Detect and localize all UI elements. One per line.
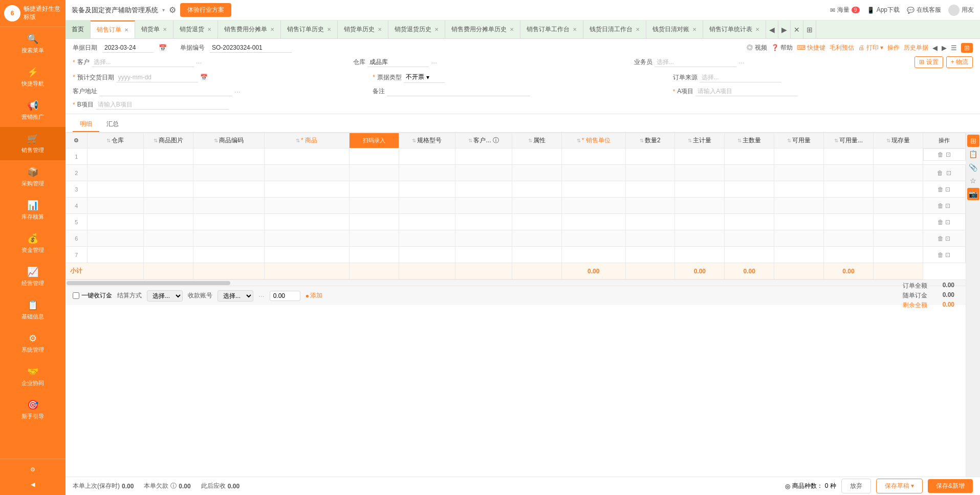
col-settings[interactable]: ⚙: [66, 133, 88, 148]
row-3-spec[interactable]: [399, 181, 455, 198]
tab-home[interactable]: 首页: [66, 20, 91, 38]
row-4-copy-icon[interactable]: ⊡: [945, 202, 950, 209]
row-4-unit[interactable]: [561, 198, 625, 214]
row-6-spec[interactable]: [399, 230, 455, 247]
row-1-image[interactable]: [144, 148, 193, 165]
row-4-warehouse[interactable]: [87, 198, 144, 214]
bank-account-select[interactable]: 选择...: [217, 290, 253, 302]
staff-dots[interactable]: ···: [738, 58, 745, 67]
row-5-copy-icon[interactable]: ⊡: [945, 219, 950, 226]
order-source-input[interactable]: [700, 73, 781, 82]
a-project-input[interactable]: [695, 87, 798, 96]
tab-close-sales-fee-split[interactable]: ✕: [270, 27, 274, 32]
tab-close-sales-order[interactable]: ✕: [124, 27, 128, 33]
row-7-ccode[interactable]: [455, 247, 512, 263]
save-draft-dropdown-icon[interactable]: ▾: [911, 482, 914, 489]
top-grid-btn[interactable]: ⊞: [961, 43, 973, 53]
row-6-qty2[interactable]: [625, 230, 675, 247]
row-6-ccode[interactable]: [455, 230, 512, 247]
row-2-code[interactable]: [193, 165, 264, 181]
tab-sales-fee-hist[interactable]: 销售费用分摊单历史 ✕: [445, 20, 520, 38]
quick-settlement-checkbox-label[interactable]: 一键收订金: [73, 291, 112, 300]
row-2-delete-icon[interactable]: 🗑: [937, 169, 943, 177]
sidebar-item-operations[interactable]: 📈 经营管理: [0, 260, 66, 293]
bank-dots[interactable]: ···: [258, 292, 265, 300]
right-panel-settings-icon[interactable]: ⊞: [967, 135, 979, 147]
sidebar-item-quick-nav[interactable]: ⚡ 快捷导航: [0, 60, 66, 94]
row-6-code[interactable]: [193, 230, 264, 247]
row-6-avail[interactable]: [774, 230, 824, 247]
row-4-delete-icon[interactable]: 🗑: [938, 202, 944, 209]
row-2-action[interactable]: 🗑 ⊡: [923, 165, 965, 181]
top-prev-btn[interactable]: ◀: [932, 44, 938, 52]
row-2-attr[interactable]: [512, 165, 562, 181]
row-3-avail[interactable]: [774, 181, 824, 198]
row-5-munit[interactable]: [675, 214, 725, 230]
staff-input[interactable]: [655, 57, 736, 67]
save-new-btn[interactable]: 保存&新增: [928, 479, 973, 493]
tab-close-cash-reconcile[interactable]: ✕: [692, 27, 696, 32]
app-download-btn[interactable]: 📱 App下载: [867, 6, 900, 14]
save-draft-btn[interactable]: 保存草稿 ▾: [876, 479, 923, 493]
row-3-name[interactable]: [264, 181, 349, 198]
tab-sales-order[interactable]: 销售订单 ✕: [91, 20, 135, 38]
row-7-image[interactable]: [144, 247, 193, 263]
row-3-stock[interactable]: [873, 181, 923, 198]
customer-dots[interactable]: ···: [196, 58, 202, 67]
row-3-avail2[interactable]: [824, 181, 874, 198]
row-6-attr[interactable]: [512, 230, 562, 247]
profit-action[interactable]: 毛利预估: [830, 44, 854, 52]
row-3-delete-icon[interactable]: 🗑: [938, 186, 944, 193]
row-7-mqty[interactable]: [725, 247, 774, 263]
row-4-code[interactable]: [193, 198, 264, 214]
row-6-avail2[interactable]: [824, 230, 874, 247]
shortcut-action[interactable]: ⌨ 快捷键: [797, 44, 825, 52]
row-2-spec[interactable]: [399, 165, 455, 181]
row-1-munit[interactable]: [675, 148, 725, 165]
sort-icon-ccode[interactable]: ⇅: [468, 138, 472, 143]
sort-icon-avail2[interactable]: ⇅: [834, 138, 838, 143]
amount-input[interactable]: [270, 291, 300, 301]
row-7-code[interactable]: [193, 247, 264, 263]
topbar-settings-icon[interactable]: ⚙: [169, 5, 176, 15]
row-6-image[interactable]: [144, 230, 193, 247]
user-btn[interactable]: 用友: [948, 5, 974, 16]
delivery-calendar-icon[interactable]: 📅: [200, 74, 208, 81]
row-1-ccode[interactable]: [455, 148, 512, 165]
row-2-munit[interactable]: [675, 165, 725, 181]
row-1-action[interactable]: 🗑 ⊡: [923, 148, 966, 161]
row-4-stock[interactable]: [873, 198, 923, 214]
row-4-avail[interactable]: [774, 198, 824, 214]
row-3-scan[interactable]: [349, 181, 399, 198]
row-1-avail2[interactable]: [824, 148, 874, 165]
right-panel-scan-icon[interactable]: 📷: [967, 188, 979, 200]
row-5-avail[interactable]: [774, 214, 824, 230]
top-next-btn[interactable]: ▶: [942, 44, 947, 52]
customer-input[interactable]: [92, 57, 194, 67]
solution-btn[interactable]: 体验行业方案: [180, 3, 231, 17]
sort-icon-attr[interactable]: ⇅: [528, 138, 532, 143]
row-1-attr[interactable]: [512, 148, 562, 165]
sort-icon-image[interactable]: ⇅: [154, 138, 158, 143]
sidebar-item-search[interactable]: 🔍 搜索菜单: [0, 27, 66, 60]
row-5-code[interactable]: [193, 214, 264, 230]
row-1-unit[interactable]: [561, 148, 625, 165]
print-action[interactable]: 🖨 打印 ▾: [858, 44, 883, 52]
row-5-scan[interactable]: [349, 214, 399, 230]
remark-input[interactable]: [387, 87, 530, 96]
tab-next-btn[interactable]: ▶: [778, 20, 791, 38]
tab-sales-order-work[interactable]: 销售订单工作台 ✕: [520, 20, 583, 38]
row-2-scan[interactable]: [349, 165, 399, 181]
sidebar-item-enterprise[interactable]: 🤝 企业协同: [0, 360, 66, 393]
row-5-name[interactable]: [264, 214, 349, 230]
tab-close-sales-refund-hist[interactable]: ✕: [434, 27, 439, 32]
row-6-action[interactable]: 🗑⊡: [923, 230, 965, 247]
sidebar-item-sales[interactable]: 🛒 销售管理: [0, 127, 66, 160]
row-4-ccode[interactable]: [455, 198, 512, 214]
sort-icon-munit[interactable]: ⇅: [688, 138, 692, 143]
row-4-name[interactable]: [264, 198, 349, 214]
row-5-warehouse[interactable]: [87, 214, 144, 230]
discard-btn[interactable]: 放弃: [841, 479, 871, 493]
sidebar-item-inventory[interactable]: 📊 库存核算: [0, 193, 66, 227]
row-7-action[interactable]: 🗑⊡: [923, 247, 965, 263]
